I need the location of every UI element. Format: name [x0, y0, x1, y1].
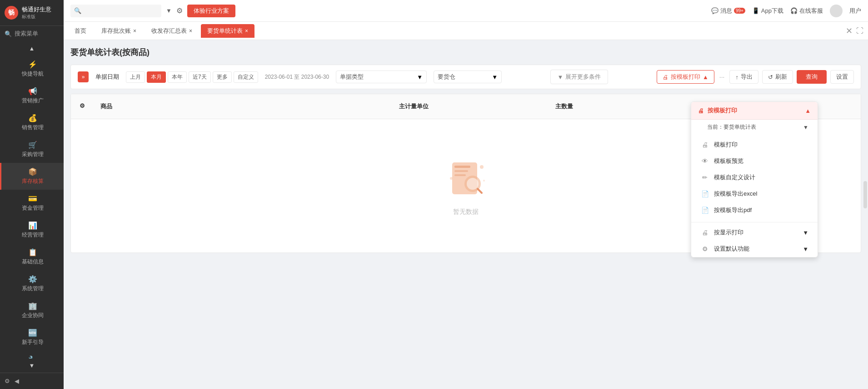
app-download-icon: 📱 — [752, 7, 759, 14]
svg-rect-3 — [454, 174, 466, 176]
sidebar-item-basics[interactable]: 📋 基础信息 — [0, 243, 64, 270]
main-content: 🔍 ▼ ⚙ 体验行业方案 💬 消息 99+ 📱 App下载 🎧 在线客服 用户 — [64, 0, 868, 389]
tab-inventory-batch[interactable]: 库存批次账 × — [95, 24, 143, 38]
sidebar-nav: ⚡ 快捷导航 📢 营销推广 💰 销售管理 🛒 采购管理 📦 库存核算 💳 资金管… — [0, 56, 64, 359]
print-dropdown-header-icon: 🖨 — [698, 107, 704, 114]
tab-receivable-summary-label: 收发存汇总表 — [151, 27, 187, 35]
set-default-label: 设置默认功能 — [714, 245, 749, 253]
printer-icon: 🖨 — [663, 74, 668, 81]
sidebar-item-label: 经营管理 — [22, 231, 44, 239]
print-item-template-print[interactable]: 🖨 模板打印 — [691, 136, 818, 153]
tab-maximize-icon[interactable]: ⛶ — [856, 27, 863, 35]
sidebar-item-sales[interactable]: 💰 销售管理 — [0, 109, 64, 136]
sidebar-search[interactable]: 🔍 搜索菜单 — [0, 26, 64, 41]
online-service-button[interactable]: 🎧 在线客服 — [790, 7, 823, 15]
marketing-icon: 📢 — [28, 87, 37, 96]
tab-receivable-summary-close[interactable]: × — [189, 28, 192, 34]
sidebar-collapse-icon[interactable]: ◀ — [15, 378, 19, 384]
refresh-button[interactable]: ↺ 刷新 — [762, 70, 793, 84]
guide-icon: 🆕 — [28, 328, 37, 337]
sidebar-item-inventory[interactable]: 📦 库存核算 — [0, 163, 64, 190]
sidebar-item-system[interactable]: ⚙️ 系统管理 — [0, 270, 64, 297]
print-dropdown-collapse-icon[interactable]: ▲ — [805, 107, 811, 114]
order-type-label: 单据类型 — [340, 73, 414, 81]
empty-text: 暂无数据 — [453, 208, 479, 216]
pdf-icon: 📄 — [700, 207, 709, 214]
th-product: 商品 — [94, 99, 392, 114]
sidebar-item-marketing[interactable]: 📢 营销推广 — [0, 82, 64, 109]
print-item-export-excel[interactable]: 📄 按模板导出excel — [691, 186, 818, 202]
topbar-cta-button[interactable]: 体验行业方案 — [187, 5, 235, 17]
goods-warehouse-select[interactable]: 要货仓 ▼ — [434, 71, 502, 83]
message-button[interactable]: 💬 消息 99+ — [711, 7, 745, 15]
set-default-icon: ⚙ — [700, 245, 709, 253]
sidebar-item-finance[interactable]: 💳 资金管理 — [0, 190, 64, 217]
settings-bottom-icon[interactable]: ⚙ — [5, 378, 10, 384]
sidebar-item-quick-nav[interactable]: ⚡ 快捷导航 — [0, 56, 64, 82]
user-avatar[interactable] — [830, 5, 843, 17]
topbar-gear-icon[interactable]: ⚙ — [176, 6, 183, 15]
sidebar-scroll-down[interactable]: ▼ — [27, 360, 37, 371]
app-download-label: App下载 — [761, 7, 783, 15]
sidebar-item-label: 企业协同 — [22, 312, 44, 319]
print-item-template-custom[interactable]: ✏ 模板自定义设计 — [691, 169, 818, 186]
print-set-default[interactable]: ⚙ 设置默认功能 ▼ — [691, 241, 818, 257]
sidebar-item-label: 营销推广 — [22, 97, 44, 105]
date-btn-more[interactable]: 更多 — [213, 71, 232, 83]
app-logo: 畅 畅通好生意 标准版 — [0, 0, 64, 26]
sidebar-item-enterprise[interactable]: 🏢 企业协同 — [0, 297, 64, 324]
th-settings[interactable]: ⚙ — [71, 99, 94, 114]
tab-order-stats[interactable]: 要货单统计表 × — [201, 24, 254, 38]
current-template-chevron: ▼ — [803, 124, 808, 131]
sidebar-item-guide[interactable]: 🆕 新手引导 — [0, 324, 64, 351]
sidebar-item-operations[interactable]: 📊 经营管理 — [0, 217, 64, 243]
sidebar-item-label: 系统管理 — [22, 285, 44, 293]
sidebar-item-appstore[interactable]: 🔧 应用中心 — [0, 351, 64, 359]
topbar-dropdown[interactable]: ▼ — [166, 7, 172, 14]
chevron-down-icon: ▼ — [166, 7, 172, 14]
app-name: 畅通好生意 — [22, 5, 51, 14]
export-excel-label: 按模板导出excel — [714, 190, 757, 198]
message-icon: 💬 — [711, 7, 718, 14]
export-button[interactable]: ↑ 导出 — [729, 70, 758, 84]
date-btn-this-year[interactable]: 本年 — [168, 71, 187, 83]
quick-nav-icon: ⚡ — [28, 60, 37, 69]
date-btn-last-month[interactable]: 上月 — [126, 71, 145, 83]
print-item-export-pdf[interactable]: 📄 按模板导出pdf — [691, 202, 818, 218]
page-title: 要货单统计表(按商品) — [70, 47, 861, 58]
tab-bar: 首页 库存批次账 × 收发存汇总表 × 要货单统计表 × ✕ ⛶ — [64, 22, 868, 40]
purchase-icon: 🛒 — [28, 141, 37, 149]
date-btn-this-month[interactable]: 本月 — [147, 71, 166, 83]
template-print-button[interactable]: 🖨 按模板打印 ▲ — [657, 70, 714, 84]
date-btn-7days[interactable]: 近7天 — [189, 71, 211, 83]
basics-icon: 📋 — [28, 248, 37, 257]
tab-order-stats-close[interactable]: × — [245, 28, 248, 34]
order-type-select[interactable]: 单据类型 ▼ — [336, 71, 427, 83]
print-dropdown-header: 🖨 按模板打印 ▲ — [691, 102, 818, 120]
tab-home-label: 首页 — [75, 27, 86, 35]
expand-more-button[interactable]: ▼ 展开更多条件 — [550, 70, 609, 84]
topbar-search[interactable]: 🔍 — [70, 5, 161, 17]
print-dropdown-header-left: 🖨 按模板打印 — [698, 106, 737, 115]
page-content: 要货单统计表(按商品) » 单据日期 上月 本月 本年 近7天 更多 自定义 2… — [64, 40, 868, 389]
date-btn-custom[interactable]: 自定义 — [234, 71, 258, 83]
current-template[interactable]: 当前：要货单统计表 ▼ — [691, 120, 818, 135]
sidebar-scroll-up[interactable]: ▲ — [27, 43, 37, 54]
tab-inventory-batch-close[interactable]: × — [133, 28, 136, 34]
print-item-template-preview[interactable]: 👁 模板板预览 — [691, 153, 818, 169]
goods-warehouse-chevron: ▼ — [492, 74, 498, 81]
th-unit: 主计量单位 — [392, 99, 549, 114]
app-download-button[interactable]: 📱 App下载 — [752, 7, 783, 15]
tab-close-all-icon[interactable]: ✕ — [846, 26, 853, 36]
excel-icon: 📄 — [700, 190, 709, 197]
tab-home[interactable]: 首页 — [68, 24, 93, 38]
tab-receivable-summary[interactable]: 收发存汇总表 × — [145, 24, 199, 38]
settings-button[interactable]: 设置 — [830, 70, 854, 84]
sidebar-item-purchase[interactable]: 🛒 采购管理 — [0, 136, 64, 163]
filter-expand-button[interactable]: » — [78, 71, 89, 82]
message-badge: 99+ — [734, 8, 745, 14]
print-display-print[interactable]: 🖨 按显示打印 ▼ — [691, 224, 818, 241]
query-button[interactable]: 查询 — [797, 70, 827, 84]
sidebar-item-label: 资金管理 — [22, 204, 44, 212]
template-preview-label: 模板板预览 — [714, 157, 743, 165]
